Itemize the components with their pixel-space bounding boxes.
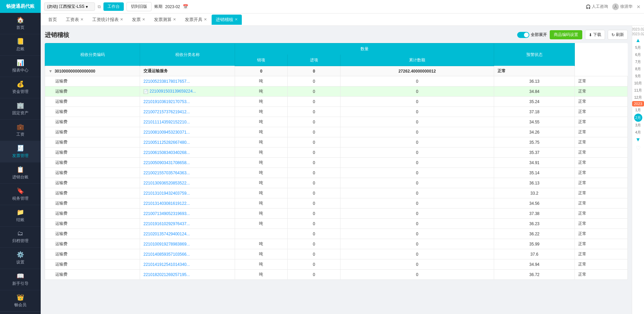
tab-payroll[interactable]: 工资表 ✕ (62, 15, 87, 25)
table-row[interactable]: 运输费2210051125282667480...吨0035.75正常 (45, 137, 628, 148)
month-5[interactable]: 5月 (632, 44, 644, 51)
sidebar-item-assets[interactable]: 🏢 固定资产 (0, 98, 41, 120)
table-row[interactable]: 运输费2210140859357103566...吨0037.6正常 (45, 249, 628, 259)
sidebar-item-purchase-ledger[interactable]: 📋 进销台账 (0, 162, 41, 184)
tax-code-cell: 运输费 (45, 209, 140, 219)
year-2023[interactable]: 2023 (632, 101, 644, 106)
workbench-button[interactable]: 工作台 (103, 2, 124, 11)
table-row[interactable]: 运输费📄2210091503139659224...吨0034.84正常 (45, 86, 628, 97)
purchase-cell: 0 (340, 107, 494, 117)
table-row[interactable]: ▼301000000000000000交通运输服务0027262.4000000… (45, 66, 628, 76)
sidebar-item-settings[interactable]: ⚙️ 设置 (0, 248, 41, 269)
month-2-active[interactable]: 2月 (634, 114, 642, 122)
month-11[interactable]: 11月 (632, 87, 644, 94)
table-row[interactable]: 运输费2210100919278983869...吨0035.99正常 (45, 239, 628, 249)
close-window-button[interactable]: ✕ (637, 4, 641, 9)
topbar: (勿动) 江西报宝-LSS ▾ ⧉ 工作台 切到旧版 账期 2023-02 📅 … (41, 0, 644, 14)
calendar-icon[interactable]: 📅 (183, 4, 188, 9)
tab-payroll-report-close[interactable]: ✕ (120, 17, 123, 22)
purchase-cell: 0 (340, 219, 494, 229)
month-8[interactable]: 8月 (632, 65, 644, 73)
sidebar-item-guide[interactable]: 📖 新手引导 (0, 269, 41, 290)
cumulative-cell: 34.84 (494, 86, 575, 97)
sidebar-item-reports[interactable]: 📊 报表中心 (0, 56, 41, 77)
sale-cell: 0 (288, 239, 340, 249)
invoice-num-cell: 2210051125282667480... (140, 137, 235, 148)
table-row[interactable]: 运输费2210182021269257195...吨0036.72正常 (45, 270, 628, 280)
sidebar-collapse-btn[interactable]: ◀◀ 取消固定 (0, 312, 41, 314)
tab-purchase-check-close[interactable]: ✕ (235, 17, 238, 22)
month-3[interactable]: 3月 (632, 122, 644, 129)
table-row[interactable]: 运输费2210191036192170753...吨0035.24正常 (45, 97, 628, 107)
invoice-num-cell: 2210191610292976437... (140, 219, 235, 229)
table-row[interactable]: 运输费2210191610292976437...吨0036.23正常 (45, 219, 628, 229)
product-code-settings-button[interactable]: 商品编码设置 (550, 30, 582, 39)
sidebar-item-archive[interactable]: 🗂 归档管理 (0, 227, 41, 248)
month-9[interactable]: 9月 (632, 73, 644, 80)
company-selector[interactable]: (勿动) 江西报宝-LSS ▾ (44, 2, 95, 11)
table-row[interactable]: 运输费2210131019432403759...吨0033.2正常 (45, 188, 628, 198)
ledger-icon: 📒 (17, 38, 24, 45)
invoice-num-cell: 2210111143592152210... (140, 117, 235, 127)
unit-cell: 吨 (235, 198, 288, 209)
table-row[interactable]: 运输费2210130936520853522...吨0036.13正常 (45, 178, 628, 188)
tab-invoice-issue[interactable]: 发票开具 ✕ (181, 15, 211, 25)
sale-cell: 0 (288, 107, 340, 117)
sidebar-item-close[interactable]: 📁 结账 (0, 205, 41, 227)
month-4[interactable]: 4月 (632, 129, 644, 136)
tax-code-cell: 运输费 (45, 127, 140, 137)
tab-payroll-report[interactable]: 工资统计报表 ✕ (88, 15, 127, 25)
month-10[interactable]: 10月 (632, 80, 644, 87)
tax-code-cell: 运输费 (45, 97, 140, 107)
nav-up-button[interactable]: ▲ (635, 37, 642, 44)
sidebar-item-invoice[interactable]: 🧾 发票管理 (0, 141, 41, 162)
tab-invoice[interactable]: 发票 ✕ (128, 15, 149, 25)
tab-home[interactable]: 首页 (44, 15, 61, 25)
table-row[interactable]: 运输费2210111143592152210...吨0034.55正常 (45, 117, 628, 127)
month-6[interactable]: 6月 (632, 51, 644, 58)
cumulative-cell: 34.94 (494, 259, 575, 270)
switch-version-button[interactable]: 切到旧版 (126, 2, 152, 11)
table-row[interactable]: 运输费2210050903431708658...吨0034.91正常 (45, 158, 628, 168)
nav-down-button[interactable]: ▼ (635, 136, 642, 143)
month-12[interactable]: 12月 (632, 94, 644, 101)
download-button[interactable]: ⬇ 下载 (585, 30, 605, 40)
refresh-button[interactable]: ↻ 刷新 (608, 30, 628, 40)
sidebar-item-tax[interactable]: 🔖 税务管理 (0, 184, 41, 205)
copy-icon[interactable]: ⧉ (98, 4, 101, 9)
refresh-icon: ↻ (611, 33, 615, 37)
unit-cell: 吨 (235, 270, 288, 280)
expand-label: 全部展开 (531, 32, 547, 38)
table-row[interactable]: 运输费2210141912541014340...吨0034.94正常 (45, 259, 628, 270)
sidebar-item-finance[interactable]: 💰 资金管理 (0, 77, 41, 98)
tax-code-cell: 运输费 (45, 249, 140, 259)
tab-invoice-calc[interactable]: 发票测算 ✕ (150, 15, 180, 25)
tab-invoice-calc-close[interactable]: ✕ (173, 17, 176, 22)
month-1[interactable]: 1月 (632, 106, 644, 114)
sidebar-item-membership[interactable]: 👑 畅会员 (0, 290, 41, 312)
sidebar-item-home[interactable]: 🏠 首页 (0, 13, 41, 34)
table-row[interactable]: 运输费2210021557035764363...吨0035.14正常 (45, 168, 628, 178)
invoice-num-cell: 2210201357429400124... (140, 229, 235, 239)
table-row[interactable]: 运输费2210131403081619122...吨0034.56正常 (45, 198, 628, 209)
table-row[interactable]: 运输费2210081009453230371...吨0034.26正常 (45, 127, 628, 137)
tab-purchase-check[interactable]: 进销稽核 ✕ (212, 15, 242, 25)
tab-invoice-close[interactable]: ✕ (142, 17, 145, 22)
support-btn[interactable]: 🎧 人工咨询 (586, 4, 608, 9)
tab-payroll-close[interactable]: ✕ (80, 17, 83, 22)
tab-payroll-report-label: 工资统计报表 (92, 17, 119, 23)
invoice-num-cell: 📄2210091503139659224... (140, 86, 235, 97)
table-row[interactable]: 运输费2210052338178017657...吨0036.13正常 (45, 76, 628, 86)
sidebar-item-ledger[interactable]: 📒 总账 (0, 34, 41, 56)
toggle-track[interactable] (517, 32, 529, 38)
table-row[interactable]: 运输费2210201357429400124...0036.22正常 (45, 229, 628, 239)
expand-toggle[interactable]: 全部展开 (517, 32, 547, 38)
user-menu[interactable]: 人 徐涯华 (612, 3, 632, 10)
table-row[interactable]: 运输费2210072157376219412...吨0037.18正常 (45, 107, 628, 117)
col-header-cumulative: 累计数额 (340, 55, 494, 66)
tab-invoice-issue-close[interactable]: ✕ (204, 17, 207, 22)
table-row[interactable]: 运输费2210071349052319693...吨0037.38正常 (45, 209, 628, 219)
table-row[interactable]: 运输费2210061508340340268...吨0035.37正常 (45, 148, 628, 158)
sidebar-item-payroll[interactable]: 💼 工资 (0, 120, 41, 141)
month-7[interactable]: 7月 (632, 58, 644, 65)
